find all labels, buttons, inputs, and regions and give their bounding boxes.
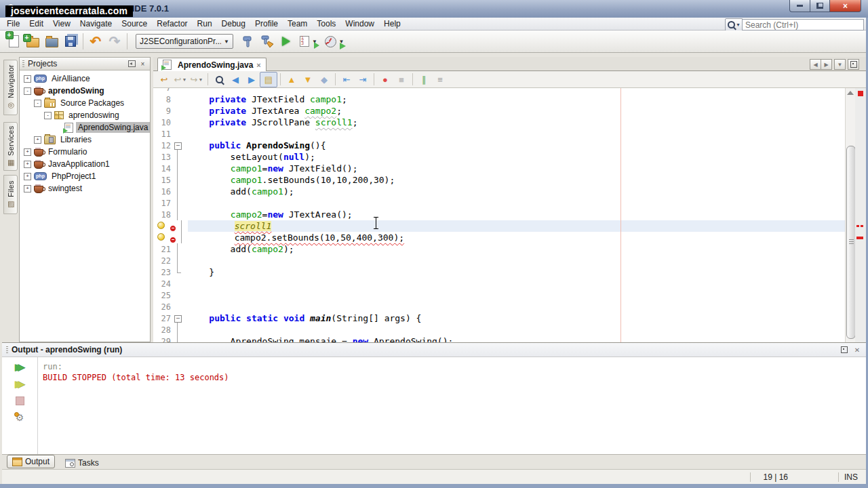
sidebar-tab-navigator[interactable]: ◎Navigator bbox=[3, 60, 18, 115]
build-button[interactable] bbox=[239, 32, 258, 51]
minimize-panel-button[interactable] bbox=[127, 60, 136, 68]
menu-navigate[interactable]: Navigate bbox=[75, 18, 117, 29]
error-stripe-global-mark[interactable] bbox=[858, 91, 863, 96]
maximize-editor-button[interactable] bbox=[848, 59, 859, 70]
shift-right-button[interactable]: ⇥ bbox=[355, 73, 371, 87]
last-edit-position-button[interactable]: ↩ bbox=[156, 73, 172, 87]
new-project-button[interactable] bbox=[23, 32, 42, 51]
tree-item[interactable]: +Libraries bbox=[20, 134, 150, 146]
close-output-button[interactable]: ✕ bbox=[852, 346, 862, 354]
tree-item[interactable]: +phpAirAlliance bbox=[20, 73, 150, 85]
shift-left-button[interactable]: ⇤ bbox=[338, 73, 355, 87]
close-panel-button[interactable]: × bbox=[138, 60, 147, 68]
tree-item[interactable]: +swingtest bbox=[20, 182, 150, 195]
expand-toggle-icon[interactable]: + bbox=[24, 161, 31, 168]
error-stripe-mark[interactable] bbox=[856, 225, 859, 227]
menu-run[interactable]: Run bbox=[193, 18, 217, 29]
menu-debug[interactable]: Debug bbox=[217, 18, 250, 29]
code-line[interactable]: 27– public static void main(String[] arg… bbox=[153, 312, 845, 324]
undo-button[interactable]: ↶ bbox=[86, 32, 105, 51]
fold-collapse-icon[interactable]: – bbox=[174, 142, 182, 150]
scroll-tabs-left-button[interactable]: ◀ bbox=[810, 59, 821, 70]
ant-settings-button[interactable]: ⚙ bbox=[12, 410, 28, 425]
previous-bookmark-button[interactable]: ▲ bbox=[283, 73, 300, 87]
collapse-toggle-icon[interactable]: - bbox=[34, 100, 41, 107]
scrollbar-up-arrow-icon[interactable] bbox=[847, 91, 854, 95]
code-line[interactable]: 23 } bbox=[153, 266, 845, 278]
expand-toggle-icon[interactable]: + bbox=[24, 148, 31, 156]
expand-toggle-icon[interactable]: + bbox=[24, 173, 31, 180]
panel-drag-handle[interactable] bbox=[6, 346, 8, 354]
expand-toggle-icon[interactable]: + bbox=[24, 75, 31, 83]
uncomment-button[interactable]: ≡ bbox=[432, 73, 448, 87]
menu-tools[interactable]: Tools bbox=[312, 18, 340, 29]
save-all-button[interactable] bbox=[61, 32, 80, 51]
sidebar-tab-files[interactable]: ▧Files bbox=[3, 175, 18, 214]
error-hint-icon[interactable] bbox=[157, 222, 175, 230]
tree-item[interactable]: -aprendoSwing bbox=[20, 85, 150, 97]
restore-button[interactable] bbox=[810, 0, 830, 12]
bottom-tab-tasks[interactable]: Tasks bbox=[60, 457, 104, 469]
tree-item[interactable]: -Source Packages bbox=[20, 97, 150, 109]
collapse-toggle-icon[interactable]: - bbox=[44, 112, 52, 119]
tree-item[interactable]: +AprendoSwing.java bbox=[20, 121, 150, 134]
menu-source[interactable]: Source bbox=[117, 18, 152, 29]
back-button[interactable]: ↩▼ bbox=[172, 73, 189, 87]
code-line[interactable]: 18 campo2=new JTextArea(); bbox=[153, 209, 845, 220]
search-input[interactable] bbox=[743, 19, 864, 30]
run-button[interactable] bbox=[277, 32, 296, 51]
fold-margin[interactable]: – bbox=[171, 312, 184, 324]
code-editor[interactable]: 78 private JTextField campo1;9 private J… bbox=[153, 88, 845, 342]
code-line[interactable]: 10 private JScrollPane scroll1; bbox=[153, 117, 845, 128]
expand-toggle-icon[interactable]: + bbox=[24, 185, 31, 192]
menu-refactor[interactable]: Refactor bbox=[152, 18, 192, 29]
code-line[interactable]: 7 bbox=[153, 88, 845, 94]
code-line[interactable]: 17 bbox=[153, 197, 845, 209]
sidebar-tab-services[interactable]: ▦Services bbox=[3, 122, 18, 171]
code-line[interactable]: campo2.setBounds(10,50,400,300); bbox=[153, 232, 845, 243]
menu-help[interactable]: Help bbox=[379, 18, 406, 29]
minimize-button[interactable] bbox=[789, 0, 810, 12]
close-button[interactable]: × bbox=[829, 0, 861, 12]
menu-window[interactable]: Window bbox=[340, 18, 379, 29]
code-line[interactable]: 12– public AprendoSwing(){ bbox=[153, 140, 845, 151]
scrollbar-thumb[interactable] bbox=[846, 146, 856, 339]
tree-item[interactable]: +Formulario bbox=[20, 146, 150, 158]
forward-button[interactable]: ↪▼ bbox=[189, 73, 205, 87]
code-line[interactable]: 14 campo1=new JTextField(); bbox=[153, 163, 845, 174]
toggle-bookmark-button[interactable]: ◆ bbox=[316, 73, 332, 87]
code-line[interactable]: 22 bbox=[153, 255, 845, 266]
fold-margin[interactable]: – bbox=[171, 140, 184, 151]
code-line[interactable]: 15 campo1.setBounds(10,10,200,30); bbox=[153, 174, 845, 186]
search-icon[interactable]: ▾ bbox=[725, 18, 743, 31]
error-stripe-mark[interactable] bbox=[856, 237, 863, 239]
code-line[interactable]: 28 bbox=[153, 324, 845, 336]
tab-list-dropdown-button[interactable]: ▼ bbox=[834, 59, 846, 70]
toggle-highlight-button[interactable]: ▤ bbox=[260, 72, 277, 87]
redo-button[interactable]: ↷ bbox=[105, 32, 124, 51]
code-line[interactable]: 26 bbox=[153, 301, 845, 312]
tree-item[interactable]: +JavaApplication1 bbox=[20, 158, 150, 170]
expand-toggle-icon[interactable]: + bbox=[34, 136, 41, 144]
new-file-button[interactable] bbox=[4, 32, 23, 51]
rerun-button[interactable]: ▶▶ bbox=[12, 359, 28, 374]
code-line[interactable]: 25 bbox=[153, 289, 845, 301]
error-stripe[interactable] bbox=[855, 88, 866, 342]
tab-close-icon[interactable]: × bbox=[256, 61, 260, 69]
tree-item[interactable]: +phpPhpProject1 bbox=[20, 170, 150, 182]
code-line[interactable]: 16 add(campo1); bbox=[153, 186, 845, 197]
error-hint-icon[interactable] bbox=[157, 233, 175, 242]
debug-button[interactable]: 123 ▼ bbox=[296, 32, 321, 51]
code-line[interactable]: 9 private JTextArea campo2; bbox=[153, 105, 845, 117]
code-line[interactable]: 29 AprendoSwing mensaje = new AprendoSwi… bbox=[153, 336, 845, 342]
code-line[interactable]: 24 bbox=[153, 278, 845, 289]
fold-collapse-icon[interactable]: – bbox=[174, 315, 182, 323]
previous-occurrence-button[interactable]: ◀ bbox=[227, 73, 243, 87]
find-button[interactable] bbox=[211, 73, 227, 87]
code-line[interactable]: 11 bbox=[153, 128, 845, 140]
panel-drag-handle[interactable] bbox=[22, 60, 24, 68]
code-line[interactable]: 21 add(campo2); bbox=[153, 243, 845, 255]
code-line[interactable]: 8 private JTextField campo1; bbox=[153, 94, 845, 105]
next-bookmark-button[interactable]: ▼ bbox=[300, 73, 316, 87]
rerun-with-params-button[interactable]: ▶▶ bbox=[12, 376, 28, 391]
